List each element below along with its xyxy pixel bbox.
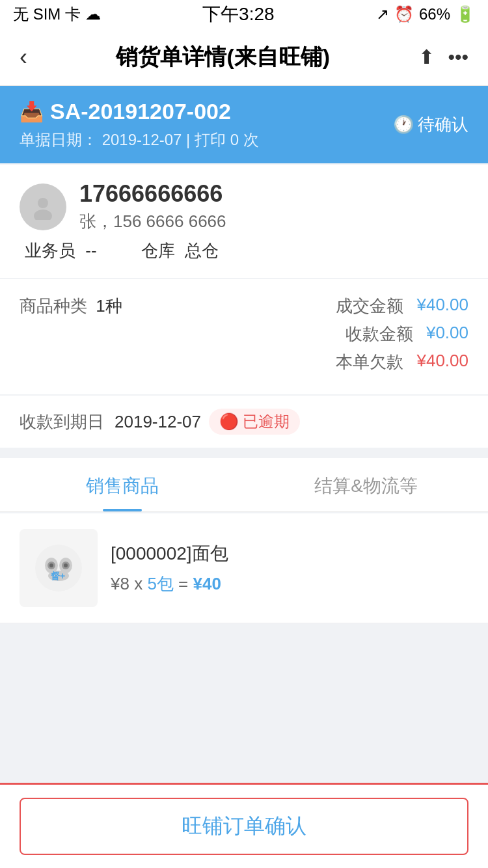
transaction-row: 成交金额 ¥40.00: [336, 295, 468, 318]
order-id: SA-20191207-002: [50, 99, 231, 124]
owed-row: 本单欠款 ¥40.00: [336, 351, 468, 373]
svg-point-2: [35, 545, 82, 591]
inbox-icon: 📥: [20, 100, 44, 123]
svg-point-7: [49, 563, 53, 567]
customer-phone: 17666666666: [79, 180, 226, 208]
share-icon[interactable]: ⬆: [418, 46, 435, 68]
page-title: 销货单详情(来自旺铺): [116, 42, 330, 72]
due-date-label: 收款到期日: [20, 411, 104, 433]
status-left: 无 SIM 卡 ☁: [13, 4, 101, 25]
transaction-label: 成交金额: [336, 295, 403, 318]
sales-info: 业务员 --: [20, 239, 97, 262]
customer-section: 17666666666 张，156 6666 6666 业务员 -- 仓库 总仓: [0, 165, 488, 278]
total-text: ¥40: [193, 574, 221, 593]
warning-icon: 🔴: [219, 413, 239, 431]
product-info: [0000002]面包 ¥8 x 5包 = ¥40: [111, 541, 468, 595]
status-right: ↗ ⏰ 66% 🔋: [376, 5, 475, 23]
customer-details: 17666666666 张，156 6666 6666: [79, 180, 226, 233]
received-label: 收款金额: [346, 323, 413, 346]
order-id-row: 📥 SA-20191207-002: [20, 99, 393, 124]
battery-icon: 🔋: [455, 5, 475, 23]
price-text: ¥8 x: [111, 574, 147, 593]
nav-actions: ⬆ •••: [418, 46, 468, 68]
received-row: 收款金额 ¥0.00: [336, 323, 468, 346]
summary-section: 商品种类 1种 成交金额 ¥40.00 收款金额 ¥0.00 本单欠款 ¥40.…: [0, 279, 488, 394]
qty-text: 5包: [147, 574, 173, 593]
overdue-text: 已逾期: [243, 411, 290, 432]
alarm-icon: ⏰: [394, 5, 414, 23]
owed-label: 本单欠款: [336, 351, 403, 373]
svg-point-8: [64, 563, 68, 567]
svg-point-1: [34, 210, 52, 220]
product-thumbnail: 督+: [20, 529, 98, 607]
product-type-label: 商品种类: [20, 296, 87, 316]
tab-settlement[interactable]: 结算&物流等: [244, 458, 488, 511]
customer-row: 17666666666 张，156 6666 6666: [20, 180, 468, 233]
due-date-value: 2019-12-07: [115, 412, 201, 432]
status-bar: 无 SIM 卡 ☁ 下午3:28 ↗ ⏰ 66% 🔋: [0, 0, 488, 29]
separator-text: =: [174, 574, 193, 593]
sim-text: 无 SIM 卡 ☁: [13, 4, 101, 25]
status-text: 待确认: [418, 113, 468, 136]
clock-icon: 🕐: [393, 115, 414, 135]
svg-point-0: [38, 198, 48, 208]
owed-value: ¥40.00: [416, 351, 468, 373]
product-name: [0000002]面包: [111, 541, 468, 566]
product-price: ¥8 x 5包 = ¥40: [111, 573, 468, 595]
product-type-value: 1种: [96, 296, 122, 316]
location-icon: ↗: [376, 5, 389, 23]
tabs-section: 销售商品 结算&物流等: [0, 458, 488, 512]
tab-settlement-label: 结算&物流等: [314, 476, 418, 496]
nav-bar: ‹ 销货单详情(来自旺铺) ⬆ •••: [0, 29, 488, 86]
battery-text: 66%: [419, 5, 450, 23]
product-type: 商品种类 1种: [20, 295, 122, 318]
customer-name: 张，156 6666 6666: [79, 210, 226, 233]
product-section: 督+ [0000002]面包 ¥8 x 5包 = ¥40: [0, 513, 488, 623]
avatar: [20, 183, 66, 230]
svg-text:督+: 督+: [51, 571, 65, 581]
summary-amounts: 成交金额 ¥40.00 收款金额 ¥0.00 本单欠款 ¥40.00: [336, 295, 468, 379]
more-icon[interactable]: •••: [448, 46, 468, 68]
print-info: | 打印 0 次: [186, 131, 259, 148]
transaction-value: ¥40.00: [416, 295, 468, 318]
date-label: 单据日期：: [20, 131, 98, 148]
customer-meta: 业务员 -- 仓库 总仓: [20, 239, 468, 262]
received-value: ¥0.00: [426, 323, 468, 346]
order-header-left: 📥 SA-20191207-002 单据日期： 2019-12-07 | 打印 …: [20, 99, 393, 150]
warehouse-label: 仓库: [141, 241, 175, 260]
overdue-badge: 🔴 已逾期: [209, 409, 300, 435]
product-item: 督+ [0000002]面包 ¥8 x 5包 = ¥40: [0, 513, 488, 623]
confirm-button[interactable]: 旺铺订单确认: [20, 798, 468, 855]
content-spacer: [0, 623, 488, 753]
bottom-bar: 旺铺订单确认: [0, 783, 488, 868]
due-date-section: 收款到期日 2019-12-07 🔴 已逾期: [0, 396, 488, 448]
tab-sales-label: 销售商品: [86, 476, 159, 496]
warehouse-info: 仓库 总仓: [136, 239, 219, 262]
tab-sales-products[interactable]: 销售商品: [0, 458, 244, 511]
clock: 下午3:28: [202, 2, 275, 27]
order-date-row: 单据日期： 2019-12-07 | 打印 0 次: [20, 129, 393, 150]
back-button[interactable]: ‹: [20, 44, 27, 71]
warehouse-value: 总仓: [185, 241, 219, 260]
sales-value: --: [85, 241, 96, 260]
order-date: 2019-12-07: [102, 131, 182, 148]
sales-label: 业务员: [25, 241, 75, 260]
order-header: 📥 SA-20191207-002 单据日期： 2019-12-07 | 打印 …: [0, 86, 488, 163]
order-status: 🕐 待确认: [393, 113, 468, 136]
